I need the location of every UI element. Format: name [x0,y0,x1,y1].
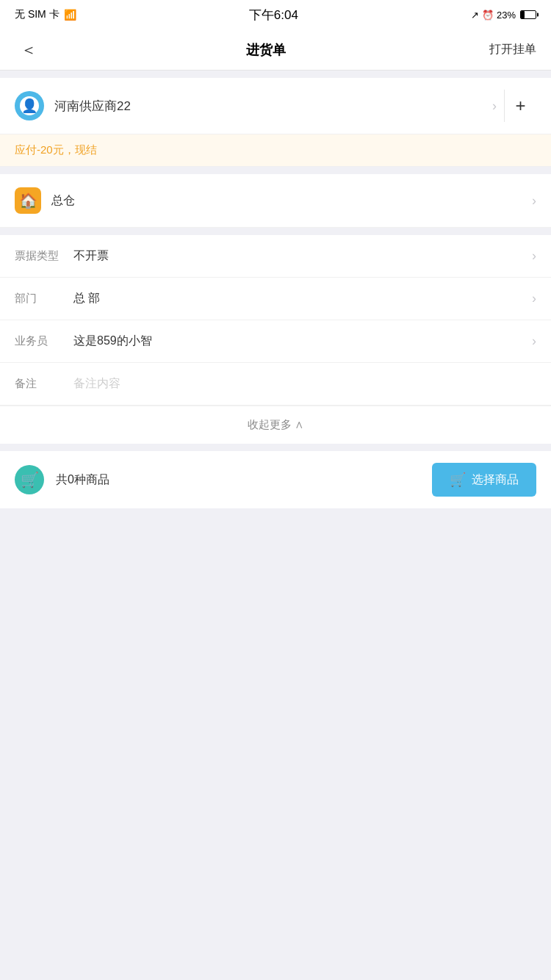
open-pending-button[interactable]: 打开挂单 [489,42,536,57]
salesman-chevron: › [532,334,536,349]
warehouse-row[interactable]: 🏠 总仓 › [0,174,551,228]
chevron-right-icon: › [492,98,497,114]
department-label: 部门 [15,292,73,306]
battery-icon [520,10,536,19]
invoice-type-value: 不开票 [73,248,532,264]
warehouse-value: 总仓 [51,193,532,209]
select-product-button[interactable]: 🛒 选择商品 [432,463,536,497]
notice-banner: 应付-20元，现结 [0,134,551,167]
location-icon: ↗ [471,10,479,21]
salesman-value: 这是859的小智 [73,334,532,349]
warehouse-icon-bg: 🏠 [15,187,41,214]
person-icon: 👤 [21,98,37,114]
collapse-row[interactable]: 收起更多 ∧ [0,406,551,444]
status-time: 下午6:04 [249,7,298,24]
wifi-icon: 📶 [64,9,76,21]
warehouse-icon: 🏠 [19,192,37,209]
product-icon-bg: 🛒 [15,465,44,494]
supplier-section: 👤 河南供应商22 › + 应付-20元，现结 [0,78,551,167]
select-btn-icon: 🛒 [450,472,466,488]
avatar-inner: 👤 [20,96,39,115]
product-count: 共0种商品 [56,472,420,488]
divider-1 [0,71,551,78]
remark-placeholder: 备注内容 [73,376,536,392]
invoice-type-label: 票据类型 [15,249,73,263]
invoice-type-row[interactable]: 票据类型 不开票 › [0,235,551,278]
alarm-icon: ⏰ [482,10,494,21]
divider-2 [0,167,551,174]
supplier-avatar: 👤 [15,91,44,120]
back-button[interactable]: ＜ [15,33,43,67]
salesman-row[interactable]: 业务员 这是859的小智 › [0,320,551,363]
add-supplier-button[interactable]: + [504,90,536,122]
invoice-chevron: › [532,248,536,264]
select-btn-label: 选择商品 [472,472,519,488]
salesman-label: 业务员 [15,334,73,348]
remark-row[interactable]: 备注 备注内容 [0,363,551,406]
nav-bar: ＜ 进货单 打开挂单 [0,29,551,71]
divider-4 [0,444,551,451]
department-row[interactable]: 部门 总 部 › [0,278,551,320]
status-right: ↗ ⏰ 23% [471,10,536,21]
status-bar: 无 SIM 卡 📶 下午6:04 ↗ ⏰ 23% [0,0,551,29]
page-title: 进货单 [246,41,286,59]
bottom-section: 🛒 共0种商品 🛒 选择商品 [0,451,551,508]
supplier-name: 河南供应商22 [54,98,492,115]
warehouse-chevron: › [532,193,536,209]
remark-label: 备注 [15,377,73,391]
battery-text: 23% [497,10,516,21]
divider-3 [0,228,551,235]
department-chevron: › [532,291,536,306]
product-icon: 🛒 [21,471,39,489]
notice-text: 应付-20元，现结 [15,143,97,156]
supplier-row[interactable]: 👤 河南供应商22 › + [0,78,551,134]
status-carrier: 无 SIM 卡 📶 [15,8,76,21]
department-value: 总 部 [73,291,532,306]
collapse-text: 收起更多 ∧ [248,418,303,432]
